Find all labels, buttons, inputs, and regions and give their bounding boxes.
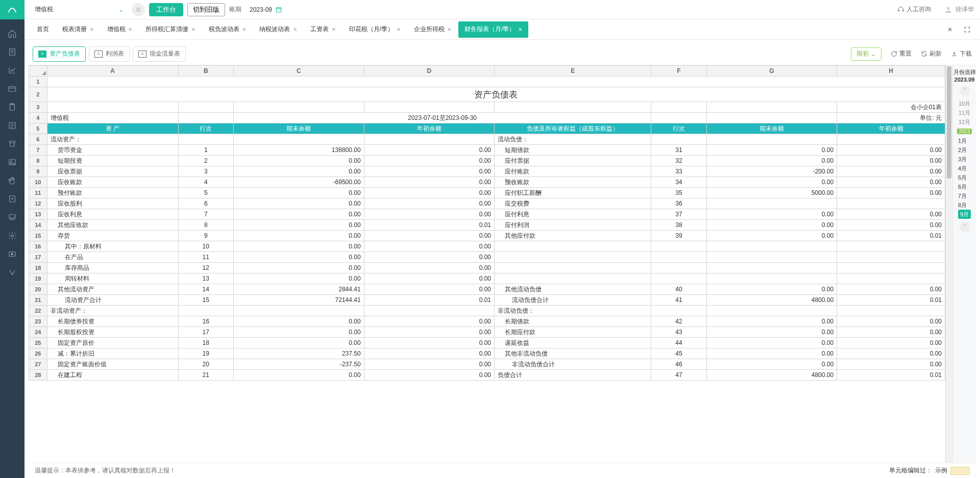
tab-2[interactable]: 增值税×: [101, 21, 139, 38]
col-header[interactable]: D: [364, 66, 494, 77]
col-header[interactable]: H: [837, 66, 945, 77]
tab-6[interactable]: 工资表×: [304, 21, 342, 38]
tab-4[interactable]: 税负波动表×: [203, 21, 253, 38]
sheet-header-cell[interactable]: 资 产: [47, 123, 178, 134]
subtab-1[interactable]: ≡利润表: [89, 46, 130, 62]
account-select[interactable]: 增值税 ⌄: [31, 3, 128, 17]
unit-cell[interactable]: 单位: 元: [837, 113, 945, 123]
tab-close-icon[interactable]: ×: [397, 26, 401, 33]
tab-8[interactable]: 企业所得税×: [408, 21, 458, 38]
nav-video-icon[interactable]: [0, 245, 24, 263]
cell[interactable]: 流动资产合计: [47, 295, 178, 306]
switch-old-button[interactable]: 切到旧版: [187, 3, 225, 16]
tab-close-icon[interactable]: ×: [448, 26, 452, 33]
nav-v-icon[interactable]: [0, 263, 24, 282]
month-option[interactable]: 6月: [958, 182, 971, 191]
spreadsheet[interactable]: ABCDEFGH12资产负债表3会小企01表4增值税2023-07-01至202…: [29, 65, 945, 463]
nav-image-icon[interactable]: [0, 153, 24, 171]
fullscreen-icon[interactable]: [961, 23, 974, 36]
cell[interactable]: 非流动资产：: [47, 306, 178, 316]
period-picker[interactable]: 2023-09: [246, 3, 286, 16]
nav-settings-icon[interactable]: [0, 227, 24, 245]
col-header[interactable]: A: [47, 66, 178, 77]
month-prev-icon[interactable]: ˄: [960, 86, 970, 96]
cell[interactable]: 短期投资: [47, 156, 178, 166]
list-icon-button[interactable]: [132, 3, 145, 16]
nav-form-icon[interactable]: [0, 116, 24, 135]
sheet-header-cell[interactable]: 年初余额: [364, 123, 494, 134]
cell[interactable]: 长期股权投资: [47, 327, 178, 338]
cell[interactable]: 减：累计折旧: [47, 348, 178, 359]
cell[interactable]: 存货: [47, 231, 178, 241]
user-menu[interactable]: 徐泽华: [944, 5, 974, 14]
cell[interactable]: 固定资产原价: [47, 338, 178, 348]
period-init-dropdown[interactable]: 期初 ⌄: [851, 47, 881, 61]
nav-export-icon[interactable]: [0, 190, 24, 208]
month-option[interactable]: 8月: [958, 200, 971, 210]
month-option[interactable]: 5月: [958, 173, 971, 182]
month-option[interactable]: 9月: [958, 210, 971, 219]
tab-9[interactable]: 财务报表（月/季）×: [458, 21, 528, 38]
cell[interactable]: 货币资金: [47, 145, 178, 156]
nav-inbox-icon[interactable]: [0, 208, 24, 227]
cell[interactable]: 其中：原材料: [47, 241, 178, 252]
tab-close-icon[interactable]: ×: [332, 26, 336, 33]
cell[interactable]: 其他流动资产: [47, 284, 178, 295]
month-option[interactable]: 1月: [958, 136, 971, 145]
nav-chart-icon[interactable]: [0, 61, 24, 80]
sheet-header-cell[interactable]: 行次: [651, 123, 706, 134]
workspace-button[interactable]: 工作台: [149, 3, 183, 16]
tab-0[interactable]: 首页: [31, 21, 55, 38]
download-button[interactable]: 下载: [951, 49, 972, 58]
month-next-icon[interactable]: ˅: [960, 222, 970, 232]
cell[interactable]: 周转材料: [47, 273, 178, 284]
tab-close-icon[interactable]: ×: [242, 26, 247, 33]
subtab-2[interactable]: ≡现金流量表: [133, 46, 186, 62]
reset-button[interactable]: 重置: [891, 49, 912, 58]
month-option[interactable]: 4月: [958, 164, 971, 173]
cell[interactable]: 其他应收款: [47, 220, 178, 231]
sheet-header-cell[interactable]: 期末余额: [706, 123, 837, 134]
cell[interactable]: 长期债券投资: [47, 316, 178, 327]
month-option[interactable]: 10月: [959, 99, 970, 108]
subtab-0[interactable]: ≡资产负债表: [33, 46, 86, 62]
col-header[interactable]: B: [178, 66, 233, 77]
cell[interactable]: 应收利息: [47, 209, 178, 220]
cell[interactable]: 流动资产：: [47, 134, 178, 145]
cell[interactable]: 应收票据: [47, 166, 178, 177]
date-range[interactable]: 2023-07-01至2023-09-30: [233, 113, 651, 123]
col-header[interactable]: G: [706, 66, 837, 77]
col-header[interactable]: F: [651, 66, 706, 77]
col-header[interactable]: C: [233, 66, 364, 77]
vertical-scrollbar[interactable]: [945, 65, 952, 463]
tab-3[interactable]: 所得税汇算清缴×: [139, 21, 202, 38]
tab-5[interactable]: 纳税波动表×: [253, 21, 303, 38]
month-option[interactable]: 11月: [959, 108, 970, 117]
month-option[interactable]: 2月: [958, 145, 971, 155]
cell[interactable]: 固定资产账面价值: [47, 359, 178, 370]
cell[interactable]: 应收账款: [47, 177, 178, 188]
close-all-tabs-icon[interactable]: ✕: [943, 23, 957, 36]
cell[interactable]: 应收股利: [47, 198, 178, 209]
cell[interactable]: 预付账款: [47, 188, 178, 198]
sheet-header-cell[interactable]: 负债及所有者权益（或股东权益）: [495, 123, 651, 134]
nav-hand-icon[interactable]: [0, 171, 24, 190]
tab-close-icon[interactable]: ×: [293, 26, 297, 33]
tab-close-icon[interactable]: ×: [191, 26, 195, 33]
nav-wallet-icon[interactable]: [0, 80, 24, 98]
sheet-header-cell[interactable]: 行次: [178, 123, 233, 134]
month-option[interactable]: 12月: [959, 117, 970, 127]
sheet-header-cell[interactable]: 期末余额: [233, 123, 364, 134]
tab-close-icon[interactable]: ×: [90, 26, 94, 33]
month-option[interactable]: 7月: [958, 191, 971, 200]
sheet-header-cell[interactable]: 年初余额: [837, 123, 945, 134]
cell[interactable]: 库存商品: [47, 263, 178, 273]
consult-link[interactable]: 人工咨询: [897, 5, 931, 14]
refresh-button[interactable]: 刷新: [921, 49, 942, 58]
tab-close-icon[interactable]: ×: [518, 26, 522, 33]
col-header[interactable]: E: [495, 66, 651, 77]
company-cell[interactable]: 增值税: [47, 113, 178, 123]
tab-1[interactable]: 税表清册×: [56, 21, 100, 38]
tab-close-icon[interactable]: ×: [129, 26, 133, 33]
corp-code[interactable]: 会小企01表: [837, 102, 945, 113]
